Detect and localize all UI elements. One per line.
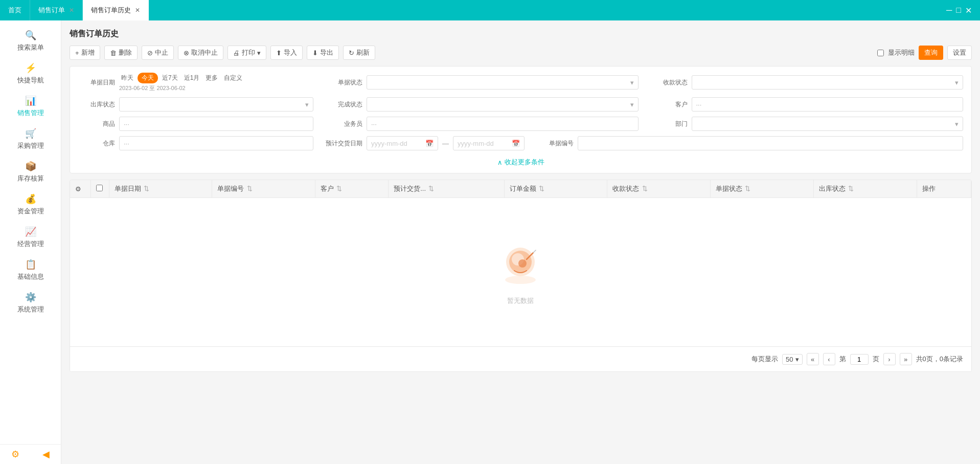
purchase-icon: 🛒 bbox=[25, 128, 36, 139]
collapse-label: 收起更多条件 bbox=[505, 158, 544, 167]
delivery-start-input[interactable]: yyyy-mm-dd 📅 bbox=[367, 136, 438, 150]
display-detail-toggle[interactable]: 显示明细 bbox=[877, 48, 915, 57]
out-status-select[interactable]: ▾ bbox=[119, 97, 313, 112]
query-label: 查询 bbox=[924, 48, 938, 57]
sort-bill-no-icon[interactable]: ⇅ bbox=[247, 185, 253, 192]
date-7days[interactable]: 近7天 bbox=[160, 73, 180, 83]
th-gear[interactable]: ⚙ bbox=[70, 180, 90, 198]
sidebar-item-finance-label: 资金管理 bbox=[17, 207, 44, 216]
complete-status-label: 完成状态 bbox=[326, 100, 367, 109]
sort-amount-icon[interactable]: ⇅ bbox=[539, 185, 544, 192]
sidebar-item-inventory[interactable]: 📦 库存核算 bbox=[0, 156, 61, 188]
gear-col-icon[interactable]: ⚙ bbox=[75, 185, 81, 193]
sidebar-item-quicknav-label: 快捷导航 bbox=[17, 76, 44, 85]
date-yesterday[interactable]: 昨天 bbox=[119, 73, 135, 83]
sales-icon: 📊 bbox=[25, 95, 36, 106]
sort-bill-status-icon[interactable]: ⇅ bbox=[745, 185, 750, 192]
sort-out-status-icon[interactable]: ⇅ bbox=[848, 185, 854, 192]
bill-status-select[interactable]: ▾ bbox=[367, 75, 639, 90]
collapse-row[interactable]: ∧ 收起更多条件 bbox=[78, 156, 963, 167]
sort-customer-icon[interactable]: ⇅ bbox=[336, 185, 342, 192]
window-controls: ─ □ ✕ bbox=[946, 6, 980, 15]
select-all-checkbox[interactable] bbox=[96, 185, 103, 191]
cancel-stop-button[interactable]: ⊗ 取消中止 bbox=[178, 46, 223, 60]
sidebar-item-finance[interactable]: 💰 资金管理 bbox=[0, 188, 61, 221]
delivery-start-placeholder: yyyy-mm-dd bbox=[371, 140, 407, 147]
tab-home[interactable]: 销售订单历史 首页 bbox=[0, 0, 30, 20]
sidebar-item-operations-label: 经营管理 bbox=[17, 239, 44, 249]
sidebar-item-quicknav[interactable]: ⚡ 快捷导航 bbox=[0, 57, 61, 90]
stop-button[interactable]: ⊘ 中止 bbox=[142, 46, 174, 60]
delivery-end-input[interactable]: yyyy-mm-dd 📅 bbox=[453, 136, 525, 150]
sidebar-item-purchase[interactable]: 🛒 采购管理 bbox=[0, 123, 61, 156]
th-delivery-date: 预计交货... ⇅ bbox=[389, 180, 504, 198]
new-button[interactable]: + 新增 bbox=[70, 46, 100, 60]
customer-input[interactable]: ··· bbox=[692, 97, 964, 112]
th-operation: 操作 bbox=[917, 180, 971, 198]
sidebar-settings-icon[interactable]: ⚙ bbox=[11, 449, 19, 460]
stop-label: 中止 bbox=[155, 48, 168, 57]
delete-button[interactable]: 🗑 删除 bbox=[104, 46, 138, 60]
sidebar-bottom: ⚙ ◀ bbox=[0, 444, 61, 464]
receipt-status-select[interactable]: ▾ bbox=[692, 75, 964, 90]
sort-receipt-icon[interactable]: ⇅ bbox=[642, 185, 648, 192]
th-customer: 客户 ⇅ bbox=[315, 180, 389, 198]
date-more[interactable]: 更多 bbox=[203, 73, 220, 83]
date-custom[interactable]: 自定义 bbox=[222, 73, 244, 83]
display-detail-checkbox[interactable] bbox=[877, 50, 884, 56]
inventory-icon: 📦 bbox=[25, 161, 36, 172]
sidebar-item-search[interactable]: 🔍 搜索菜单 bbox=[0, 25, 61, 57]
th-check[interactable] bbox=[90, 180, 109, 198]
sort-date-icon[interactable]: ⇅ bbox=[144, 185, 149, 192]
close-window-icon[interactable]: ✕ bbox=[965, 6, 972, 15]
settings-button[interactable]: 设置 bbox=[947, 46, 972, 60]
sidebar-item-purchase-label: 采购管理 bbox=[17, 141, 44, 150]
first-page-btn[interactable]: « bbox=[807, 353, 819, 365]
import-icon: ⬆ bbox=[276, 49, 282, 57]
tab-sales-order[interactable]: 销售订单 ✕ bbox=[30, 0, 83, 20]
minimize-icon[interactable]: ─ bbox=[946, 6, 952, 15]
last-page-icon: » bbox=[904, 356, 907, 363]
complete-status-select[interactable]: ▾ bbox=[367, 97, 639, 112]
page-size-select[interactable]: 50 ▾ bbox=[782, 354, 802, 365]
last-page-btn[interactable]: » bbox=[900, 353, 912, 365]
query-button[interactable]: 查询 bbox=[919, 46, 943, 60]
main-layout: 🔍 搜索菜单 ⚡ 快捷导航 📊 销售管理 🛒 采购管理 📦 库存核算 💰 资金管… bbox=[0, 20, 980, 464]
tab-sales-order-history[interactable]: 销售订单历史 ✕ bbox=[83, 0, 149, 20]
tab-sales-order-close[interactable]: ✕ bbox=[69, 7, 74, 14]
search-menu-icon: 🔍 bbox=[25, 30, 36, 41]
sidebar-item-inventory-label: 库存核算 bbox=[17, 174, 44, 183]
next-page-btn[interactable]: › bbox=[883, 353, 896, 365]
sidebar-item-sales[interactable]: 📊 销售管理 bbox=[0, 90, 61, 123]
bill-no-input[interactable] bbox=[578, 136, 963, 150]
sales-input[interactable]: ··· bbox=[367, 117, 639, 131]
sidebar-collapse-icon[interactable]: ◀ bbox=[42, 449, 50, 460]
calendar-end-icon[interactable]: 📅 bbox=[512, 140, 520, 147]
date-1month[interactable]: 近1月 bbox=[182, 73, 202, 83]
receipt-status-label: 收款状态 bbox=[651, 78, 692, 87]
delivery-date-label: 预计交货日期 bbox=[326, 139, 367, 148]
sidebar-item-operations[interactable]: 📈 经营管理 bbox=[0, 221, 61, 254]
dept-select[interactable]: ▾ bbox=[692, 117, 964, 131]
page-number-input[interactable] bbox=[850, 354, 869, 365]
sort-delivery-icon[interactable]: ⇅ bbox=[428, 185, 434, 192]
warehouse-input[interactable]: ··· bbox=[119, 136, 313, 150]
calendar-start-icon[interactable]: 📅 bbox=[425, 140, 434, 147]
toolbar: + 新增 🗑 删除 ⊘ 中止 ⊗ 取消中止 🖨 打印 ▾ ⬆ 导 bbox=[70, 46, 972, 60]
sidebar-item-basic-info[interactable]: 📋 基础信息 bbox=[0, 254, 61, 286]
export-button[interactable]: ⬇ 导出 bbox=[307, 46, 339, 60]
tab-sales-order-history-close[interactable]: ✕ bbox=[135, 7, 140, 14]
print-button[interactable]: 🖨 打印 ▾ bbox=[227, 46, 266, 60]
dept-arrow-icon: ▾ bbox=[955, 120, 959, 128]
th-receipt-status: 收款状态 ⇅ bbox=[607, 180, 711, 198]
prev-page-btn[interactable]: ‹ bbox=[823, 353, 835, 365]
sidebar-item-system-label: 系统管理 bbox=[17, 305, 44, 314]
sidebar-item-system[interactable]: ⚙️ 系统管理 bbox=[0, 286, 61, 319]
next-page-icon: › bbox=[888, 356, 890, 363]
import-button[interactable]: ⬆ 导入 bbox=[270, 46, 303, 60]
maximize-icon[interactable]: □ bbox=[956, 6, 961, 15]
refresh-button[interactable]: ↻ 刷新 bbox=[343, 46, 375, 60]
goods-input[interactable]: ··· bbox=[119, 117, 313, 131]
filter-row-2: 出库状态 ▾ 完成状态 ▾ 客户 ··· bbox=[78, 97, 963, 112]
date-today[interactable]: 今天 bbox=[138, 73, 158, 83]
